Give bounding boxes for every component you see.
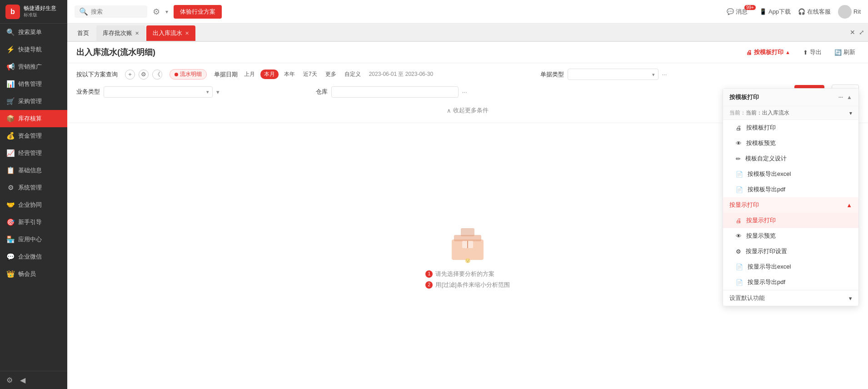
sidebar-item-label: 销售管理 bbox=[18, 80, 42, 88]
print-template-btn[interactable]: 🖨 按模板打印 ▲ bbox=[743, 46, 794, 58]
sidebar-item-system[interactable]: ⚙ 系统管理 bbox=[0, 179, 67, 196]
sidebar-item-collab[interactable]: 🤝 企业协同 bbox=[0, 196, 67, 214]
sidebar-item-apps[interactable]: 🏪 应用中心 bbox=[0, 231, 67, 248]
warehouse-label: 仓库 bbox=[316, 88, 328, 96]
settings-icon[interactable]: ⚙ bbox=[153, 7, 160, 17]
sidebar-item-wechat[interactable]: 💬 企业微信 bbox=[0, 248, 67, 265]
sidebar-item-label: 快捷导航 bbox=[18, 45, 42, 54]
dropdown-arrow-icon[interactable]: ▾ bbox=[165, 9, 168, 15]
marketing-icon: 📢 bbox=[6, 63, 15, 71]
voucher-more-btn[interactable]: ··· bbox=[662, 71, 667, 78]
sidebar-item-search[interactable]: 🔍 搜索菜单 bbox=[0, 24, 67, 41]
sidebar-item-finance[interactable]: 💰 资金管理 bbox=[0, 127, 67, 145]
dropdown-ellipsis[interactable]: ··· bbox=[838, 94, 843, 100]
app-sub: 标准版 bbox=[24, 12, 56, 18]
empty-tips: 1 请先选择要分析的方案 2 用[过滤]条件来缩小分析范围 bbox=[425, 270, 509, 289]
date-option-custom[interactable]: 自定义 bbox=[342, 70, 364, 79]
refresh-label: 刷新 bbox=[843, 48, 855, 56]
dropdown-item-export-pdf-template[interactable]: 📄 按模板导出pdf bbox=[723, 182, 858, 197]
tab-batch-close[interactable]: ✕ bbox=[135, 30, 139, 36]
sidebar-item-label: 新手引导 bbox=[18, 218, 42, 226]
topbar-search-box[interactable]: 🔍 bbox=[75, 5, 147, 18]
settings-disp-label: 按显示打印设置 bbox=[746, 247, 787, 255]
dropdown-item-export-pdf-display[interactable]: 📄 按显示导出pdf bbox=[723, 274, 858, 290]
tab-home[interactable]: 首页 bbox=[71, 25, 95, 41]
preview-tpl-icon: 👁 bbox=[736, 140, 742, 147]
filter-collapse-btn[interactable]: 《 bbox=[152, 70, 162, 80]
print-template-label: 按模板打印 bbox=[754, 48, 783, 56]
dropdown-item-print-template[interactable]: 🖨 按模板打印 bbox=[723, 120, 858, 135]
settings-bottom-icon[interactable]: ⚙ bbox=[6, 376, 13, 384]
sidebar-item-guide[interactable]: 🎯 新手引导 bbox=[0, 214, 67, 231]
tab-warehouse-flow[interactable]: 出入库流水 ✕ bbox=[146, 25, 195, 41]
search-input[interactable] bbox=[91, 8, 136, 15]
collapse-label: 收起更多条件 bbox=[453, 106, 489, 115]
warehouse-more-btn[interactable]: ··· bbox=[462, 89, 467, 95]
tab-home-label: 首页 bbox=[77, 29, 89, 37]
print-arrow-icon: ▲ bbox=[785, 50, 790, 55]
dropdown-item-design-template[interactable]: ✏ 模板自定义设计 bbox=[723, 151, 858, 166]
biz-type-select[interactable] bbox=[104, 86, 213, 98]
dropdown-item-preview-template[interactable]: 👁 按模板预览 bbox=[723, 135, 858, 151]
service-label: 在线客服 bbox=[807, 8, 831, 16]
sidebar-item-purchase[interactable]: 🛒 采购管理 bbox=[0, 93, 67, 110]
warehouse-input[interactable] bbox=[331, 86, 459, 98]
msg-item[interactable]: 💬 消息 99+ bbox=[727, 8, 752, 16]
pdf-tpl-label: 按模板导出pdf bbox=[748, 185, 785, 194]
refresh-btn[interactable]: 🔄 刷新 bbox=[831, 46, 859, 58]
sidebar-item-basics[interactable]: 📋 基础信息 bbox=[0, 162, 67, 179]
date-option-more[interactable]: 更多 bbox=[323, 70, 339, 79]
tip-num-2: 2 bbox=[425, 281, 433, 289]
system-icon: ⚙ bbox=[6, 184, 15, 192]
voucher-type-select[interactable] bbox=[568, 69, 658, 80]
date-option-last-month[interactable]: 上月 bbox=[241, 70, 258, 79]
sidebar-item-marketing[interactable]: 📢 营销推广 bbox=[0, 58, 67, 75]
filter-add-btn[interactable]: + bbox=[125, 70, 135, 80]
filter-actions: + ⚙ 《 bbox=[125, 70, 162, 80]
collapse-sidebar-icon[interactable]: ◀ bbox=[20, 376, 25, 384]
date-option-this-month[interactable]: 本月 bbox=[260, 70, 279, 79]
app-name: 畅捷通好生意 bbox=[24, 5, 56, 12]
sidebar-item-management[interactable]: 📈 经营管理 bbox=[0, 145, 67, 162]
search-icon: 🔍 bbox=[79, 7, 88, 16]
dropdown-item-print-display[interactable]: 🖨 按显示打印 bbox=[723, 213, 858, 228]
app-download-item[interactable]: 📱 App下载 bbox=[759, 8, 791, 16]
search-icon: 🔍 bbox=[6, 28, 15, 36]
tab-expand-icon[interactable]: ⤢ bbox=[859, 29, 864, 36]
export-btn[interactable]: ⬆ 导出 bbox=[799, 46, 825, 58]
service-item[interactable]: 🎧 在线客服 bbox=[798, 8, 831, 16]
sidebar-item-quicknav[interactable]: ⚡ 快捷导航 bbox=[0, 41, 67, 58]
filter-gear-btn[interactable]: ⚙ bbox=[139, 70, 149, 80]
tabbar: 首页 库存批次账 ✕ 出入库流水 ✕ ✕ ⤢ bbox=[67, 24, 868, 42]
finance-icon: 💰 bbox=[6, 132, 15, 140]
page-title: 出入库流水(流水明细) bbox=[76, 47, 155, 58]
empty-tip-1: 1 请先选择要分析的方案 bbox=[425, 270, 509, 278]
dropdown-item-export-excel-display[interactable]: 📄 按显示导出excel bbox=[723, 259, 858, 274]
tab-flow-close[interactable]: ✕ bbox=[185, 30, 189, 36]
member-icon: 👑 bbox=[6, 270, 15, 278]
sidebar-item-label: 搜索菜单 bbox=[18, 28, 42, 36]
dropdown-current: 当前：当前：出入库流水 ▾ bbox=[723, 106, 858, 120]
dropdown-item-preview-display[interactable]: 👁 按显示预览 bbox=[723, 228, 858, 244]
dropdown-footer[interactable]: 设置默认功能 ▾ bbox=[723, 290, 858, 306]
trial-btn[interactable]: 体验行业方案 bbox=[174, 5, 222, 19]
date-option-7days[interactable]: 近7天 bbox=[300, 70, 320, 79]
msg-badge: 99+ bbox=[744, 5, 756, 10]
sidebar-item-sales[interactable]: 📊 销售管理 bbox=[0, 75, 67, 93]
dropdown-header-right: ··· ▲ bbox=[838, 94, 852, 100]
user-avatar[interactable]: Rit bbox=[838, 5, 861, 19]
tab-close-icon[interactable]: ✕ bbox=[850, 29, 855, 36]
filter-tag[interactable]: 流水明细 bbox=[170, 69, 207, 80]
dropdown-current-arrow[interactable]: ▾ bbox=[849, 110, 852, 116]
tab-batch-account[interactable]: 库存批次账 ✕ bbox=[96, 25, 145, 41]
dropdown-section-display[interactable]: 按显示打印 ▲ bbox=[723, 197, 858, 213]
dropdown-item-export-excel-template[interactable]: 📄 按模板导出excel bbox=[723, 166, 858, 182]
sidebar-item-member[interactable]: 👑 畅会员 bbox=[0, 265, 67, 283]
tab-flow-label: 出入库流水 bbox=[153, 29, 182, 37]
biz-more-btn[interactable]: ▾ bbox=[216, 89, 219, 95]
dropdown-item-settings-display[interactable]: ⚙ 按显示打印设置 bbox=[723, 244, 858, 259]
date-option-this-year[interactable]: 本年 bbox=[281, 70, 298, 79]
dropdown-collapse-icon[interactable]: ▲ bbox=[847, 94, 852, 100]
sidebar-item-inventory[interactable]: 📦 库存核算 bbox=[0, 110, 67, 127]
sidebar-item-label: 采购管理 bbox=[18, 97, 42, 105]
